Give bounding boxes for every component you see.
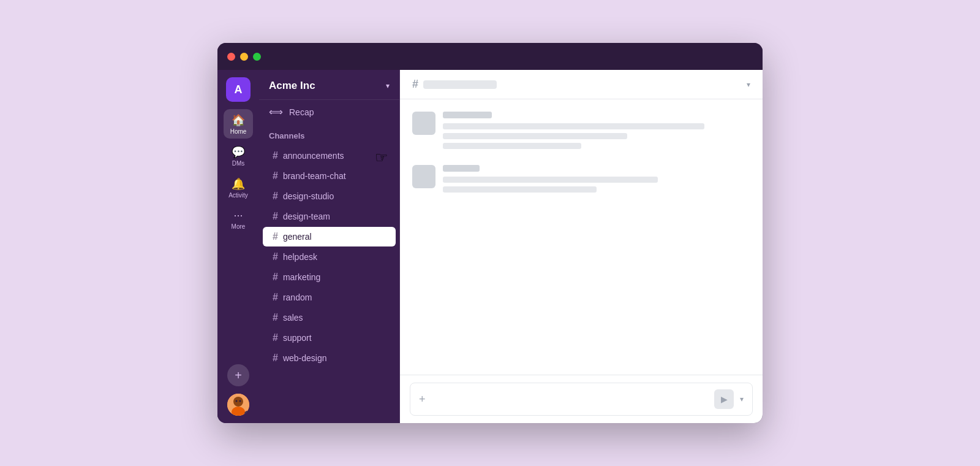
- dms-icon: 💬: [232, 145, 245, 159]
- channel-item-design-team[interactable]: # design-team: [263, 207, 396, 226]
- svg-point-3: [236, 400, 238, 402]
- attach-button[interactable]: +: [419, 393, 426, 406]
- message-username: [443, 112, 492, 118]
- channel-header-hash: #: [412, 78, 418, 91]
- channel-item-brand-team-chat[interactable]: # brand-team-chat: [263, 166, 396, 186]
- message-line: [443, 177, 658, 183]
- hash-icon: #: [273, 272, 278, 283]
- channel-item-helpdesk[interactable]: # helpdesk: [263, 247, 396, 267]
- channel-item-announcements[interactable]: # announcements: [263, 146, 396, 166]
- messages-area[interactable]: [400, 99, 763, 375]
- message-username: [443, 165, 480, 172]
- maximize-button[interactable]: [253, 53, 261, 61]
- channel-name: marketing: [283, 272, 320, 282]
- activity-label: Activity: [228, 192, 248, 199]
- hash-icon: #: [273, 292, 278, 303]
- channel-item-general[interactable]: # general: [263, 227, 396, 246]
- hash-icon: #: [273, 353, 278, 364]
- app-window: A 🏠 Home 💬 DMs 🔔 Activity ··· More +: [217, 43, 763, 423]
- dms-label: DMs: [232, 160, 245, 167]
- nav-sidebar: A 🏠 Home 💬 DMs 🔔 Activity ··· More +: [217, 70, 259, 423]
- workspace-name: Acme Inc: [269, 80, 382, 92]
- hash-icon: #: [273, 251, 278, 262]
- message-content: [443, 165, 750, 196]
- header-name-placeholder: [423, 80, 497, 89]
- hash-icon: #: [273, 231, 278, 242]
- main-content: # ▾: [400, 70, 763, 423]
- channel-item-support[interactable]: # support: [263, 328, 396, 348]
- channel-name: brand-team-chat: [283, 171, 346, 181]
- home-icon: 🏠: [232, 113, 245, 127]
- send-button[interactable]: ▶: [714, 389, 734, 409]
- channel-name: general: [283, 232, 312, 242]
- message-line: [443, 143, 581, 149]
- close-button[interactable]: [227, 53, 235, 61]
- channel-name: design-team: [283, 212, 330, 221]
- channel-name: random: [283, 292, 312, 302]
- message-group: [412, 112, 750, 153]
- message-avatar: [412, 165, 435, 188]
- recap-item[interactable]: ⟺ Recap: [259, 100, 399, 124]
- hash-icon: #: [273, 332, 278, 343]
- channel-name: support: [283, 333, 312, 343]
- message-input-area: + ▶ ▾: [400, 375, 763, 423]
- activity-icon: 🔔: [232, 177, 245, 191]
- channel-item-sales[interactable]: # sales: [263, 308, 396, 327]
- hash-icon: #: [273, 150, 278, 161]
- sidebar-item-dms[interactable]: 💬 DMs: [224, 141, 253, 170]
- workspace-avatar[interactable]: A: [226, 77, 251, 102]
- message-line: [443, 123, 704, 129]
- add-workspace-button[interactable]: +: [227, 364, 249, 386]
- channel-header-name: [423, 80, 742, 89]
- recap-label: Recap: [289, 107, 314, 117]
- message-line: [443, 133, 627, 139]
- message-input-placeholder[interactable]: [432, 395, 708, 403]
- channels-list: Channels # announcements # brand-team-ch…: [259, 124, 399, 423]
- channel-item-web-design[interactable]: # web-design: [263, 348, 396, 368]
- sidebar-item-more[interactable]: ··· More: [224, 205, 253, 234]
- channel-item-random[interactable]: # random: [263, 288, 396, 307]
- home-label: Home: [230, 128, 247, 135]
- channel-name: web-design: [283, 353, 327, 363]
- hash-icon: #: [273, 170, 278, 181]
- hash-icon: #: [273, 191, 278, 202]
- svg-point-4: [239, 400, 241, 402]
- more-icon: ···: [233, 209, 243, 222]
- hash-icon: #: [273, 211, 278, 222]
- header-chevron-icon: ▾: [747, 80, 750, 89]
- channels-section-label: Channels: [259, 129, 399, 145]
- channel-item-marketing[interactable]: # marketing: [263, 267, 396, 287]
- channel-name: helpdesk: [283, 252, 317, 262]
- svg-point-1: [233, 397, 243, 407]
- channel-name: design-studio: [283, 191, 334, 201]
- sidebar-item-home[interactable]: 🏠 Home: [224, 109, 253, 139]
- channel-item-design-studio[interactable]: # design-studio: [263, 186, 396, 206]
- channel-name: announcements: [283, 151, 344, 161]
- workspace-header[interactable]: Acme Inc ▾: [259, 70, 399, 100]
- message-group: [412, 165, 750, 196]
- channel-sidebar: Acme Inc ▾ ⟺ Recap Channels # announceme…: [259, 70, 400, 423]
- recap-icon: ⟺: [269, 106, 283, 118]
- channel-name: sales: [283, 313, 303, 323]
- minimize-button[interactable]: [240, 53, 248, 61]
- online-indicator: [244, 411, 249, 416]
- more-label: More: [232, 223, 246, 230]
- message-input-box[interactable]: + ▶ ▾: [410, 383, 753, 416]
- app-body: A 🏠 Home 💬 DMs 🔔 Activity ··· More +: [217, 70, 763, 423]
- title-bar: [217, 43, 763, 70]
- message-line: [443, 186, 597, 193]
- user-avatar[interactable]: [227, 394, 249, 416]
- message-avatar: [412, 112, 435, 135]
- message-content: [443, 112, 750, 153]
- hash-icon: #: [273, 312, 278, 323]
- workspace-chevron-icon: ▾: [386, 82, 390, 90]
- send-chevron-icon[interactable]: ▾: [740, 395, 744, 403]
- sidebar-item-activity[interactable]: 🔔 Activity: [224, 173, 253, 202]
- channel-header: # ▾: [400, 70, 763, 99]
